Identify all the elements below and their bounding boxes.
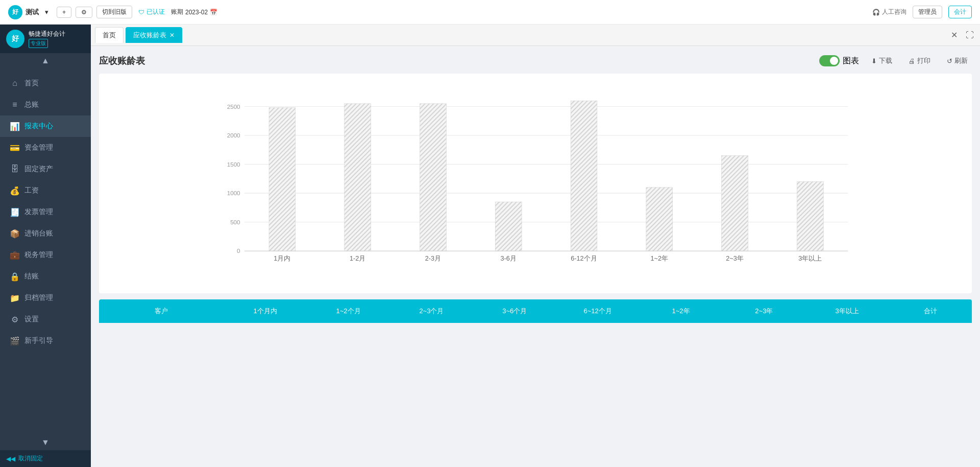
- guide-icon: 🎬: [10, 336, 19, 345]
- expand-window-button[interactable]: ⛶: [964, 29, 976, 42]
- table-header-cell: 1~2年: [640, 299, 723, 323]
- logo-icon: 好: [8, 5, 22, 19]
- certified-badge: 🛡 已认证: [138, 8, 165, 16]
- sidebar-item-label: 报表中心: [24, 122, 53, 131]
- cancel-fixed-button[interactable]: ◀◀ 取消固定: [0, 450, 91, 467]
- svg-text:3年以上: 3年以上: [798, 255, 822, 262]
- consultant-button[interactable]: 🎧 人工咨询: [872, 8, 906, 16]
- refresh-button[interactable]: ↺ 刷新: [943, 54, 972, 67]
- table-header-cell: 3年以上: [805, 299, 889, 323]
- svg-text:2-3月: 2-3月: [425, 255, 441, 262]
- table-header-cell: 3~6个月: [473, 299, 556, 323]
- svg-text:2~3年: 2~3年: [726, 255, 743, 262]
- print-icon: 🖨: [909, 57, 915, 65]
- svg-rect-15: [345, 104, 371, 251]
- sidebar-item-label: 总账: [24, 100, 39, 109]
- download-icon: ⬇: [871, 57, 877, 65]
- company-name: 好 测试: [8, 5, 39, 19]
- add-button[interactable]: +: [57, 7, 71, 18]
- switch-version-button[interactable]: 切到旧版: [96, 6, 132, 18]
- table-header: 客户1个月内1~2个月2~3个月3~6个月6~12个月1~2年2~3年3年以上合…: [99, 299, 972, 323]
- table-header-cell: 1~2个月: [307, 299, 390, 323]
- table-header-cell: 合计: [889, 299, 972, 323]
- report-actions: 图表 ⬇ 下载 🖨 打印 ↺ 刷新: [819, 54, 972, 67]
- chart-toggle-label: 图表: [843, 56, 859, 66]
- main-layout: 好 畅捷通好会计 专业版 ▲ ⌂ 首页 ≡ 总账 📊 报表中心 💳 资金管理 🗄…: [0, 25, 980, 467]
- svg-text:1-2月: 1-2月: [350, 255, 365, 262]
- home-icon: ⌂: [10, 79, 19, 88]
- tab-label-home: 首页: [103, 31, 116, 40]
- ledger-icon: ≡: [10, 100, 19, 109]
- sidebar-item-close[interactable]: 🔒 结账: [0, 266, 91, 287]
- sidebar-item-sales[interactable]: 📦 进销台账: [0, 223, 91, 244]
- sidebar-item-guide[interactable]: 🎬 新手引导: [0, 330, 91, 352]
- manager-button[interactable]: 管理员: [913, 6, 942, 18]
- tab-bar-right: ✕ ⛶: [949, 28, 976, 42]
- sidebar-item-label: 工资: [24, 186, 39, 195]
- tab-home[interactable]: 首页: [95, 27, 124, 43]
- content-area: 首页应收账龄表✕ ✕ ⛶ 应收账龄表 图表 ⬇ 下载: [91, 25, 980, 467]
- table-header-cell: 1个月内: [224, 299, 307, 323]
- calendar-icon[interactable]: 📅: [210, 9, 217, 16]
- sidebar: 好 畅捷通好会计 专业版 ▲ ⌂ 首页 ≡ 总账 📊 报表中心 💳 资金管理 🗄…: [0, 25, 91, 467]
- tab-bar: 首页应收账龄表✕ ✕ ⛶: [91, 25, 980, 46]
- settings-icon: ⚙: [10, 315, 19, 324]
- chart-toggle[interactable]: [819, 55, 840, 66]
- table-container: 客户1个月内1~2个月2~3个月3~6个月6~12个月1~2年2~3年3年以上合…: [99, 299, 972, 323]
- topbar-actions: + ⚙ 切到旧版: [57, 6, 132, 18]
- report-title: 应收账龄表: [99, 55, 145, 67]
- sidebar-item-label: 首页: [24, 79, 39, 88]
- tab-label-aging: 应收账龄表: [133, 31, 166, 40]
- sidebar-item-label: 新手引导: [24, 336, 53, 345]
- settings-button[interactable]: ⚙: [76, 7, 92, 18]
- sidebar-item-tax[interactable]: 💼 税务管理: [0, 244, 91, 266]
- sales-icon: 📦: [10, 229, 19, 238]
- bar-chart: 050010001500200025001月内1-2月2-3月3-6月6-12个…: [109, 84, 962, 278]
- company-dropdown[interactable]: ▾: [45, 8, 48, 16]
- table-header-cell: 客户: [99, 299, 224, 323]
- svg-text:0: 0: [237, 247, 240, 254]
- sidebar-item-home[interactable]: ⌂ 首页: [0, 73, 91, 94]
- chart-inner: 050010001500200025001月内1-2月2-3月3-6月6-12个…: [109, 84, 962, 278]
- pin-icon: ◀◀: [6, 455, 15, 462]
- tax-icon: 💼: [10, 250, 19, 260]
- svg-text:2500: 2500: [227, 103, 240, 110]
- svg-rect-21: [571, 101, 597, 251]
- sidebar-item-salary[interactable]: 💰 工资: [0, 180, 91, 201]
- asset-icon: 🗄: [10, 165, 19, 174]
- sidebar-item-ledger[interactable]: ≡ 总账: [0, 94, 91, 115]
- sidebar-logo: 好 畅捷通好会计 专业版: [0, 25, 91, 53]
- sidebar-scroll-down[interactable]: ▼: [0, 435, 91, 450]
- sidebar-item-report[interactable]: 📊 报表中心: [0, 115, 91, 137]
- svg-text:3-6月: 3-6月: [501, 255, 517, 262]
- period-info: 账期 2023-02 📅: [171, 8, 217, 16]
- close-window-button[interactable]: ✕: [949, 28, 960, 42]
- accountant-button[interactable]: 会计: [948, 6, 972, 18]
- sidebar-item-invoice[interactable]: 🧾 发票管理: [0, 201, 91, 223]
- sidebar-item-label: 资金管理: [24, 143, 53, 152]
- table-header-cell: 2~3年: [722, 299, 805, 323]
- sidebar-item-capital[interactable]: 💳 资金管理: [0, 137, 91, 158]
- sidebar-item-settings[interactable]: ⚙ 设置: [0, 309, 91, 330]
- svg-text:6-12个月: 6-12个月: [571, 255, 597, 262]
- headset-icon: 🎧: [872, 9, 880, 16]
- tab-close-aging[interactable]: ✕: [169, 32, 175, 38]
- sidebar-item-asset[interactable]: 🗄 固定资产: [0, 158, 91, 180]
- sidebar-item-label: 设置: [24, 315, 39, 324]
- sidebar-nav: ⌂ 首页 ≡ 总账 📊 报表中心 💳 资金管理 🗄 固定资产 💰 工资 🧾 发票…: [0, 68, 91, 435]
- sidebar-item-archive[interactable]: 📁 归档管理: [0, 287, 91, 309]
- archive-icon: 📁: [10, 293, 19, 302]
- sidebar-logo-icon: 好: [6, 30, 24, 48]
- capital-icon: 💳: [10, 143, 19, 152]
- print-button[interactable]: 🖨 打印: [904, 54, 935, 67]
- sidebar-item-label: 税务管理: [24, 250, 53, 260]
- svg-text:1500: 1500: [227, 161, 240, 168]
- svg-rect-13: [269, 108, 296, 251]
- svg-text:2000: 2000: [227, 132, 240, 138]
- report-header: 应收账龄表 图表 ⬇ 下载 🖨 打印 ↺: [99, 54, 972, 67]
- download-button[interactable]: ⬇ 下载: [867, 54, 896, 67]
- sidebar-scroll-up[interactable]: ▲: [0, 53, 91, 68]
- sidebar-logo-text: 畅捷通好会计: [29, 30, 65, 38]
- svg-rect-27: [797, 182, 823, 251]
- tab-aging[interactable]: 应收账龄表✕: [126, 27, 182, 43]
